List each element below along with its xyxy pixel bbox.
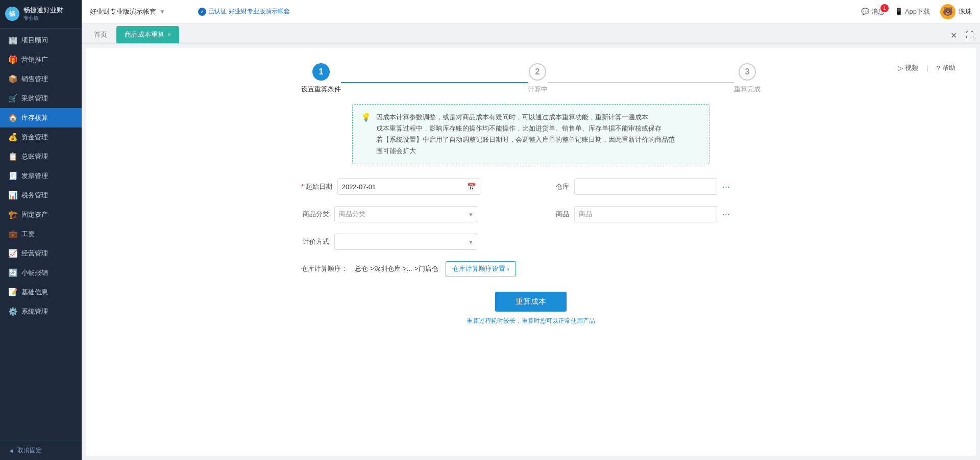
sidebar-item-label: 资金管理 xyxy=(21,133,48,142)
purchase-icon: 🛒 xyxy=(8,94,17,103)
step-2-circle: 2 xyxy=(529,63,546,81)
app-edition: 专业版 xyxy=(23,15,63,22)
goods-input[interactable]: 商品 xyxy=(574,206,717,222)
warehouse-input[interactable] xyxy=(574,178,717,195)
help-icon: ? xyxy=(937,64,940,72)
calendar-icon[interactable]: 📅 xyxy=(467,183,476,191)
tab-home[interactable]: 首页 xyxy=(86,26,115,43)
sidebar-item-salary[interactable]: 💼 工资 xyxy=(0,224,82,244)
app-logo: 畅 xyxy=(5,7,19,21)
sidebar-item-finance[interactable]: 💰 资金管理 xyxy=(0,127,82,147)
chevron-right-icon: › xyxy=(507,265,509,273)
lightbulb-icon: 💡 xyxy=(361,112,371,122)
basic-icon: 📝 xyxy=(8,288,17,297)
sidebar-item-invoice[interactable]: 🧾 发票管理 xyxy=(0,166,82,186)
sidebar-item-label: 项目顾问 xyxy=(21,36,48,45)
project-icon: 🏢 xyxy=(8,36,17,45)
goods-group: 商品 商品 ··· xyxy=(541,206,761,222)
start-date-label: 起始日期 xyxy=(301,182,332,191)
sidebar-item-operation[interactable]: 📈 经营管理 xyxy=(0,244,82,263)
user-profile[interactable]: 🐻 珠珠 xyxy=(940,4,972,19)
sidebar-pin-toggle[interactable]: ◄ 取消固定 xyxy=(0,441,82,460)
operation-icon: 📈 xyxy=(8,249,17,258)
form-row-2: 商品分类 商品分类 ▾ 商品 商品 ··· xyxy=(301,206,761,222)
calc-order-row: 仓库计算顺序： 总仓->深圳仓库->...->门店仓 仓库计算顺序设置 › xyxy=(301,261,761,276)
sidebar-item-marketing[interactable]: 🎁 营销推广 xyxy=(0,50,82,69)
sidebar-item-label: 销售管理 xyxy=(21,74,48,84)
category-select[interactable]: 商品分类 ▾ xyxy=(334,206,477,222)
tip-text: 因成本计算参数调整，或是对商品成本有疑问时，可以通过成本重算功能，重新计算一遍成… xyxy=(376,112,675,157)
step-connector-2 xyxy=(548,82,734,83)
notification-button[interactable]: 💬 消息 1 xyxy=(861,7,885,16)
step-2: 2 计算中 xyxy=(528,63,548,94)
app-title: 畅捷通好业财 xyxy=(23,6,63,15)
finance-icon: 💰 xyxy=(8,133,17,142)
warehouse-more-icon[interactable]: ··· xyxy=(722,182,730,192)
sidebar-item-label: 营销推广 xyxy=(21,55,48,64)
goods-label: 商品 xyxy=(541,210,569,219)
step-1-label: 设置重算条件 xyxy=(301,85,341,94)
app-download-button[interactable]: 📱 App下载 xyxy=(895,7,930,16)
chevron-down-icon: ▾ xyxy=(469,211,473,218)
marketing-icon: 🎁 xyxy=(8,55,17,64)
sidebar-nav: 🏢 项目顾问 🎁 营销推广 📦 销售管理 🛒 采购管理 🏠 库存核算 💰 资金管… xyxy=(0,29,82,441)
account-selector[interactable]: 好业财专业版演示帐套 ▼ xyxy=(90,7,192,16)
sidebar-item-accounting[interactable]: 📋 总账管理 xyxy=(0,147,82,166)
sidebar-item-system[interactable]: ⚙️ 系统管理 xyxy=(0,302,82,321)
category-group: 商品分类 商品分类 ▾ xyxy=(301,206,521,222)
step-connector-1 xyxy=(341,82,528,83)
sidebar-item-label: 工资 xyxy=(21,229,35,239)
topbar: 好业财专业版演示帐套 ▼ ✓ 已认证 好业财专业版演示帐套 💬 消息 1 📱 A… xyxy=(82,0,980,23)
verified-label: 已认证 xyxy=(208,7,227,16)
step-3: 3 重算完成 xyxy=(734,63,761,94)
video-link[interactable]: ▷ 视频 xyxy=(898,63,918,72)
sidebar-item-label: 固定资产 xyxy=(21,210,48,219)
tab-recalculate-label: 商品成本重算 xyxy=(125,30,164,39)
expand-window-button[interactable]: ⛶ xyxy=(964,29,976,41)
sidebar-item-assets[interactable]: 🏗️ 固定资产 xyxy=(0,205,82,224)
steps-container: 1 设置重算条件 2 计算中 3 重算完成 xyxy=(301,63,761,94)
chevron-down-icon: ▾ xyxy=(469,238,473,246)
goods-more-icon[interactable]: ··· xyxy=(722,209,730,220)
verified-account: 好业财专业版演示帐套 xyxy=(229,7,290,16)
verified-badge-area: ✓ 已认证 好业财专业版演示帐套 xyxy=(198,7,290,16)
main-area: 好业财专业版演示帐套 ▼ ✓ 已认证 好业财专业版演示帐套 💬 消息 1 📱 A… xyxy=(82,0,980,460)
form-row-3: 计价方式 ▾ xyxy=(301,234,761,250)
sidebar-item-label: 经营管理 xyxy=(21,249,48,258)
sidebar-item-label: 基础信息 xyxy=(21,288,48,297)
tab-home-label: 首页 xyxy=(94,30,107,39)
chevron-down-icon: ▼ xyxy=(159,8,165,15)
salary-icon: 💼 xyxy=(8,229,17,239)
sidebar-item-tax[interactable]: 📊 税务管理 xyxy=(0,186,82,205)
pricing-select[interactable]: ▾ xyxy=(334,234,477,250)
sidebar-item-expense[interactable]: 🔄 小畅报销 xyxy=(0,263,82,283)
form-row-1: 起始日期 2022-07-01 📅 仓库 ··· xyxy=(301,178,761,195)
sidebar-item-label: 系统管理 xyxy=(21,307,48,316)
tab-close-icon[interactable]: × xyxy=(167,31,171,38)
user-name: 珠珠 xyxy=(959,7,972,16)
sidebar-item-basic[interactable]: 📝 基础信息 xyxy=(0,283,82,302)
play-icon: ▷ xyxy=(898,64,903,72)
warehouse-label: 仓库 xyxy=(541,182,569,191)
close-window-button[interactable]: ✕ xyxy=(947,29,960,41)
sidebar-item-project[interactable]: 🏢 项目顾问 xyxy=(0,31,82,50)
notification-count: 1 xyxy=(880,4,889,12)
sidebar: 畅 畅捷通好业财 专业版 🏢 项目顾问 🎁 营销推广 📦 销售管理 🛒 采购管理… xyxy=(0,0,82,460)
invoice-icon: 🧾 xyxy=(8,171,17,181)
sidebar-item-purchase[interactable]: 🛒 采购管理 xyxy=(0,89,82,108)
form-area: 起始日期 2022-07-01 📅 仓库 ··· 商品分类 xyxy=(301,178,761,325)
system-icon: ⚙️ xyxy=(8,307,17,316)
sidebar-item-inventory[interactable]: 🏠 库存核算 xyxy=(0,108,82,127)
help-link[interactable]: ? 帮助 xyxy=(937,63,955,72)
sidebar-item-sales[interactable]: 📦 销售管理 xyxy=(0,69,82,89)
recalculate-note: 重算过程耗时较长，重算时您可以正常使用产品 xyxy=(301,317,761,325)
calc-order-settings-button[interactable]: 仓库计算顺序设置 › xyxy=(446,261,516,276)
step-3-circle: 3 xyxy=(739,63,756,81)
assets-icon: 🏗️ xyxy=(8,210,17,219)
message-icon: 💬 xyxy=(861,8,869,15)
expense-icon: 🔄 xyxy=(8,268,17,277)
tab-recalculate[interactable]: 商品成本重算 × xyxy=(116,26,179,43)
start-date-input[interactable]: 2022-07-01 📅 xyxy=(337,178,480,195)
step-3-label: 重算完成 xyxy=(734,85,761,94)
recalculate-button[interactable]: 重算成本 xyxy=(495,292,567,312)
